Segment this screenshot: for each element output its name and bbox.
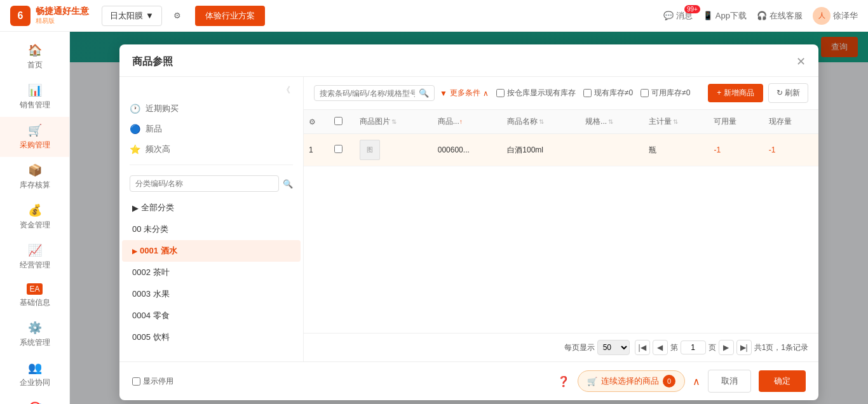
dialog-footer: 显示停用 ❓ 🛒 连续选择的商品 0 ∧ 取消 确定	[119, 361, 818, 400]
sidebar-item-guide[interactable]: 🎯 新手引导	[0, 394, 69, 404]
close-icon[interactable]: ✕	[796, 55, 806, 69]
sidebar-label-purchase: 采购管理	[20, 140, 50, 151]
category-all[interactable]: ▶ 全部分类	[122, 197, 301, 219]
quick-link-new[interactable]: 🔵 新品	[130, 119, 293, 139]
search-icon[interactable]: 🔍	[283, 179, 293, 189]
category-search-input[interactable]	[130, 175, 279, 192]
logo-icon: 6	[10, 6, 31, 26]
row-code: 000600...	[433, 134, 503, 166]
online-service-btn[interactable]: 🎧 在线客服	[757, 10, 803, 22]
checkbox-warehouse[interactable]: 按仓库显示现有库存	[496, 88, 576, 98]
checkbox-group: 按仓库显示现有库存 现有库存≠0 可用库存≠0	[496, 88, 691, 98]
nav-right: 💬 消息 99+ 📱 App下载 🎧 在线客服 人 徐泽华	[663, 7, 858, 25]
add-product-btn[interactable]: + 新增商品	[708, 84, 763, 102]
last-page-btn[interactable]: ▶|	[736, 340, 752, 355]
toolbar-right: + 新增商品 ↻ 刷新	[708, 83, 808, 103]
show-disabled-checkbox[interactable]: 显示停用	[132, 376, 173, 387]
messages-btn[interactable]: 💬 消息 99+	[663, 10, 693, 22]
search-input[interactable]	[320, 89, 415, 98]
row-checkbox	[329, 134, 355, 166]
sidebar-item-collab[interactable]: 👥 企业协同	[0, 354, 69, 394]
category-uncategorized[interactable]: 00 未分类	[122, 219, 301, 240]
filter-btn[interactable]: ▼ 更多条件 ∧	[440, 88, 489, 98]
sidebar-label-home: 首页	[27, 60, 43, 71]
th-stock: 现存量	[764, 110, 818, 134]
page-nav: |◀ ◀ 第 页 ▶ ▶| 共1页，1条记录	[635, 340, 808, 355]
row-available: -1	[709, 134, 763, 166]
quick-link-recent[interactable]: 🕐 近期购买	[130, 98, 293, 119]
logo-text: 畅捷通好生意 精易版	[36, 6, 89, 25]
sidebar-item-basic[interactable]: EA 基础信息	[0, 277, 69, 314]
inventory-icon: 📦	[28, 163, 42, 177]
divider	[130, 165, 293, 165]
quick-link-frequent[interactable]: ⭐ 频次高	[130, 139, 293, 159]
system-icon: ⚙️	[28, 321, 42, 335]
checkbox-nonzero-available[interactable]: 可用库存≠0	[641, 88, 690, 98]
sidebar-item-sales[interactable]: 📊 销售管理	[0, 77, 69, 117]
category-water[interactable]: 0008 水	[122, 348, 301, 354]
sidebar-item-finance[interactable]: 💰 资金管理	[0, 197, 69, 237]
page-number-input[interactable]	[681, 340, 706, 354]
row-spec	[580, 134, 644, 166]
sales-icon: 📊	[28, 83, 42, 97]
filter-icon: ▼	[440, 89, 447, 98]
main-layout: 🏠 首页 📊 销售管理 🛒 采购管理 📦 库存核算 💰 资金管理 📈 经营管理 …	[0, 32, 868, 404]
category-tea[interactable]: 0002 茶叶	[122, 262, 301, 283]
category-fruit[interactable]: 0003 水果	[122, 283, 301, 305]
settings-icon[interactable]: ⚙	[309, 118, 316, 126]
per-page-dropdown[interactable]: 50 100 200	[597, 340, 630, 355]
finance-icon: 💰	[28, 203, 42, 217]
gear-icon[interactable]: ⚙	[167, 6, 187, 26]
nav-selector[interactable]: 日太阳膜 ▼	[102, 6, 162, 26]
category-liquor[interactable]: ▶ 0001 酒水	[122, 240, 301, 262]
operation-icon: 📈	[28, 243, 42, 257]
user-avatar[interactable]: 人 徐泽华	[813, 7, 858, 25]
th-code: 商品...↑	[433, 110, 503, 134]
basic-icon: EA	[27, 283, 42, 295]
top-nav: 6 畅捷通好生意 精易版 日太阳膜 ▼ ⚙ 体验行业方案 💬 消息 99+ 📱 …	[0, 0, 868, 32]
collapse-icon[interactable]: 《	[282, 84, 290, 96]
sidebar-label-system: 系统管理	[20, 337, 50, 348]
sidebar-item-home[interactable]: 🏠 首页	[0, 37, 69, 77]
th-name: 商品名称⇅	[502, 110, 580, 134]
sidebar-item-operation[interactable]: 📈 经营管理	[0, 237, 69, 277]
app-download-btn[interactable]: 📱 App下载	[703, 10, 747, 22]
next-page-btn[interactable]: ▶	[719, 340, 734, 355]
dialog-body: 《 🕐 近期购买 🔵 新品 ⭐	[119, 77, 818, 361]
sidebar-label-basic: 基础信息	[20, 297, 50, 308]
category-drinks[interactable]: 0005 饮料	[122, 327, 301, 348]
quick-links: 《 🕐 近期购买 🔵 新品 ⭐	[119, 84, 303, 159]
help-icon[interactable]: ❓	[557, 375, 570, 387]
active-arrow-icon: ▶	[132, 248, 137, 255]
table-row[interactable]: 1 图 000600... 白酒100ml	[304, 134, 818, 166]
category-snacks[interactable]: 0004 零食	[122, 305, 301, 327]
first-page-btn[interactable]: |◀	[635, 340, 650, 355]
confirm-btn[interactable]: 确定	[759, 370, 806, 392]
fold-icon[interactable]: ∧	[693, 375, 700, 387]
cart-btn[interactable]: 🛒 连续选择的商品 0	[578, 370, 685, 392]
trial-btn[interactable]: 体验行业方案	[195, 6, 265, 26]
row-name: 白酒100ml	[502, 134, 580, 166]
checkbox-nonzero-stock[interactable]: 现有库存≠0	[583, 88, 633, 98]
prev-page-btn[interactable]: ◀	[653, 340, 668, 355]
cancel-btn[interactable]: 取消	[708, 370, 751, 393]
sidebar-item-inventory[interactable]: 📦 库存核算	[0, 157, 69, 197]
table-area: ⚙ 商品图片⇅ 商品...↑ 商品名称⇅ 规格...⇅	[304, 110, 818, 333]
footer-right: ❓ 🛒 连续选择的商品 0 ∧ 取消 确定	[557, 370, 806, 393]
sidebar-item-system[interactable]: ⚙️ 系统管理	[0, 314, 69, 354]
table-header-row: ⚙ 商品图片⇅ 商品...↑ 商品名称⇅ 规格...⇅	[304, 110, 818, 134]
per-page-select: 每页显示 50 100 200	[564, 340, 630, 355]
search-submit-icon[interactable]: 🔍	[419, 88, 429, 98]
row-select-checkbox[interactable]	[334, 145, 342, 153]
sidebar-item-purchase[interactable]: 🛒 采购管理	[0, 117, 69, 157]
select-all-checkbox[interactable]	[334, 117, 342, 125]
th-checkbox	[329, 110, 355, 134]
clock-icon: 🕐	[130, 104, 140, 114]
guide-icon: 🎯	[28, 401, 42, 404]
collab-icon: 👥	[28, 361, 42, 375]
refresh-btn[interactable]: ↻ 刷新	[768, 83, 808, 103]
footer-left: 显示停用	[132, 376, 173, 387]
expand-icon: ▶	[132, 203, 139, 213]
dialog: 商品参照 ✕ 《 🕐 近期购买	[119, 44, 818, 400]
th-image: 商品图片⇅	[355, 110, 433, 134]
